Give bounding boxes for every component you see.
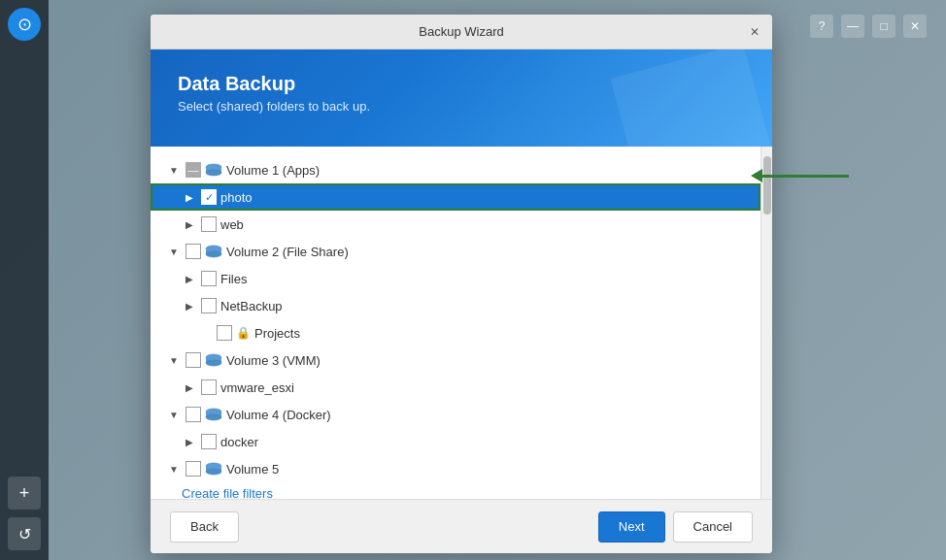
window-controls: ✕ — [743, 15, 772, 49]
expand-volume3[interactable]: ▼ — [166, 352, 182, 368]
wizard-title: Data Backup — [178, 73, 745, 95]
vmware-label: vmware_esxi — [220, 380, 294, 395]
wizard-header: Data Backup Select (shared) folders to b… — [151, 49, 772, 147]
next-button[interactable]: Next — [598, 511, 665, 543]
backup-wizard-window: Backup Wizard ✕ Data Backup Select (shar… — [151, 15, 772, 553]
checkbox-web[interactable] — [201, 216, 217, 232]
photo-label: photo — [220, 190, 253, 205]
svg-point-2 — [206, 170, 221, 176]
volume4-icon — [205, 408, 222, 421]
add-button[interactable]: + — [8, 477, 41, 510]
volume5-label: Volume 5 — [226, 462, 279, 477]
footer-left: Back — [170, 511, 598, 543]
tree-item-files[interactable]: ▶ Files — [151, 265, 760, 292]
expand-web[interactable]: ▶ — [182, 216, 197, 232]
desktop-btn-2[interactable]: — — [841, 15, 864, 38]
web-label: web — [220, 217, 244, 232]
checkbox-volume1[interactable]: — — [186, 162, 201, 178]
volume2-label: Volume 2 (File Share) — [226, 245, 349, 259]
volume1-icon — [205, 163, 222, 177]
checkbox-netbackup[interactable] — [201, 298, 217, 313]
tree-item-volume4[interactable]: ▼ Volume 4 (Docker) — [151, 401, 760, 428]
tree-item-docker[interactable]: ▶ docker — [151, 428, 760, 455]
checkbox-volume3[interactable] — [186, 352, 201, 368]
checkbox-files[interactable] — [201, 271, 217, 286]
checkbox-volume2[interactable] — [186, 244, 201, 259]
desktop: ⊙ + ↺ ? — □ ✕ Backup Wizard ✕ Data Backu… — [0, 0, 946, 560]
wizard-footer: Back Next Cancel — [151, 499, 772, 553]
app-icon[interactable]: ⊙ — [8, 8, 41, 41]
cancel-button[interactable]: Cancel — [673, 511, 753, 543]
arrow-line — [761, 175, 849, 178]
tree-item-web[interactable]: ▶ web — [151, 211, 760, 238]
scrollbar-track[interactable] — [760, 147, 772, 499]
tree-item-netbackup[interactable]: ▶ NetBackup — [151, 292, 760, 319]
svg-point-5 — [206, 251, 221, 257]
checkbox-volume5[interactable] — [186, 461, 201, 477]
volume3-label: Volume 3 (VMM) — [226, 353, 321, 368]
wizard-subtitle: Select (shared) folders to back up. — [178, 99, 745, 114]
checkbox-volume4[interactable] — [186, 407, 201, 422]
tree-item-volume5[interactable]: ▼ Volume 5 — [151, 455, 760, 482]
window-close-button[interactable]: ✕ — [743, 20, 766, 44]
desktop-controls: ? — □ ✕ — [810, 15, 927, 38]
back-button[interactable]: Back — [170, 511, 239, 543]
volume3-icon — [205, 353, 222, 367]
expand-files[interactable]: ▶ — [182, 271, 197, 286]
expand-netbackup[interactable]: ▶ — [182, 298, 197, 313]
title-bar: Backup Wizard ✕ — [151, 15, 772, 49]
checkbox-vmware[interactable] — [201, 379, 217, 395]
netbackup-label: NetBackup — [220, 299, 283, 313]
create-file-filters-link[interactable]: Create file filters — [166, 482, 288, 499]
expand-docker[interactable]: ▶ — [182, 434, 197, 449]
photo-row-wrapper: ▶ ✓ photo — [151, 183, 760, 211]
tree-item-volume2[interactable]: ▼ Volume 2 (File Share) — [151, 238, 760, 265]
projects-label: Projects — [254, 326, 300, 341]
svg-point-11 — [206, 414, 221, 420]
tree-item-projects[interactable]: 🔒 Projects — [151, 319, 760, 346]
checkbox-projects[interactable] — [217, 325, 232, 341]
expand-volume1[interactable]: ▼ — [166, 162, 182, 178]
docker-label: docker — [220, 435, 258, 449]
footer-right: Next Cancel — [598, 511, 753, 543]
tree-item-photo[interactable]: ▶ ✓ photo — [151, 183, 760, 211]
tree-item-volume1[interactable]: ▼ — Volume 1 (Apps) — [151, 156, 760, 183]
tree-item-vmware[interactable]: ▶ vmware_esxi — [151, 374, 760, 401]
checkbox-docker[interactable] — [201, 434, 217, 449]
volume2-icon — [205, 245, 222, 258]
desktop-btn-1[interactable]: ? — [810, 15, 833, 38]
lock-icon: 🔒 — [236, 326, 251, 340]
expand-photo[interactable]: ▶ — [182, 189, 197, 205]
svg-point-8 — [206, 360, 221, 366]
wizard-content: ▼ — Volume 1 (Apps) ▶ ✓ — [151, 147, 772, 499]
expand-vmware[interactable]: ▶ — [182, 379, 197, 395]
history-button[interactable]: ↺ — [8, 517, 41, 550]
volume4-label: Volume 4 (Docker) — [226, 408, 331, 422]
volume5-icon — [205, 462, 222, 476]
checkbox-photo[interactable]: ✓ — [201, 189, 217, 205]
volume1-label: Volume 1 (Apps) — [226, 163, 320, 178]
filter-link-container: Create file filters — [151, 482, 760, 499]
scrollbar-thumb[interactable] — [763, 156, 771, 214]
window-title: Backup Wizard — [419, 24, 503, 39]
svg-point-14 — [206, 469, 221, 475]
files-label: Files — [220, 272, 247, 286]
expand-volume5[interactable]: ▼ — [166, 461, 182, 477]
tree-item-volume3[interactable]: ▼ Volume 3 (VMM) — [151, 346, 760, 374]
desktop-btn-4[interactable]: ✕ — [903, 15, 927, 38]
folder-tree[interactable]: ▼ — Volume 1 (Apps) ▶ ✓ — [151, 147, 760, 499]
taskbar: ⊙ + ↺ — [0, 0, 49, 560]
expand-volume2[interactable]: ▼ — [166, 244, 182, 259]
desktop-btn-3[interactable]: □ — [872, 15, 895, 38]
expand-volume4[interactable]: ▼ — [166, 407, 182, 422]
